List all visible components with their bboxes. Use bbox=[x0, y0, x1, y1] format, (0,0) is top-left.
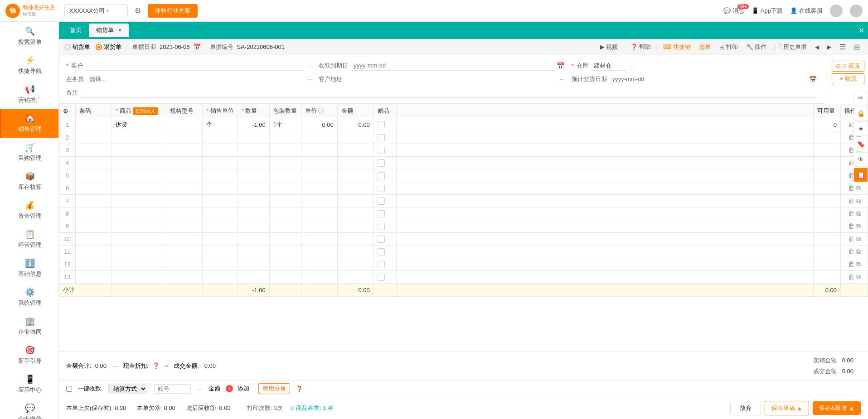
row-spec[interactable] bbox=[166, 233, 203, 246]
row-spec[interactable] bbox=[166, 131, 203, 144]
copy-icon[interactable]: ⧉ bbox=[856, 197, 861, 205]
row-unit[interactable] bbox=[203, 169, 238, 182]
row-barcode[interactable] bbox=[76, 246, 112, 258]
row-spec[interactable] bbox=[166, 195, 203, 207]
row-barcode[interactable] bbox=[76, 271, 112, 284]
row-unit[interactable] bbox=[203, 246, 238, 258]
one-click-pay-checkbox[interactable] bbox=[66, 386, 72, 392]
row-pack[interactable]: 1个 bbox=[269, 118, 301, 131]
row-price[interactable] bbox=[301, 271, 337, 284]
logistics-side-button[interactable]: + 物流 bbox=[832, 73, 864, 84]
expense-help-icon[interactable]: ❓ bbox=[296, 385, 303, 392]
rfloat-orange-btn[interactable]: 📋 bbox=[853, 168, 868, 182]
gift-checkbox[interactable] bbox=[378, 159, 385, 167]
payment-due-input[interactable] bbox=[351, 61, 553, 71]
sidebar-item-system[interactable]: ⚙️ 系统管理 bbox=[0, 283, 58, 312]
sidebar-item-wecom[interactable]: 💬 企业微信 bbox=[0, 399, 58, 419]
tab-home[interactable]: 首页 bbox=[63, 24, 89, 37]
copy-icon[interactable]: ⧉ bbox=[856, 222, 861, 230]
row-qty[interactable] bbox=[238, 258, 269, 271]
row-price[interactable]: 0.00 bbox=[301, 118, 337, 131]
delete-icon[interactable]: 🗑 bbox=[848, 197, 854, 205]
row-goods[interactable] bbox=[112, 246, 166, 258]
row-amount[interactable] bbox=[337, 258, 373, 271]
row-barcode[interactable] bbox=[76, 220, 112, 233]
gift-checkbox[interactable] bbox=[378, 248, 385, 255]
row-unit[interactable] bbox=[203, 157, 238, 169]
expected-date-input[interactable] bbox=[610, 74, 806, 84]
row-spec[interactable] bbox=[166, 169, 203, 182]
row-qty[interactable] bbox=[238, 169, 269, 182]
row-price[interactable] bbox=[301, 182, 337, 195]
row-unit[interactable] bbox=[203, 220, 238, 233]
row-spec[interactable] bbox=[166, 157, 203, 169]
company-selector[interactable]: XXXXXX公司 ▾ bbox=[64, 5, 128, 17]
row-amount[interactable] bbox=[337, 207, 373, 220]
row-amount[interactable] bbox=[337, 271, 373, 284]
row-spec[interactable] bbox=[166, 246, 203, 258]
row-unit[interactable] bbox=[203, 271, 238, 284]
row-unit[interactable] bbox=[203, 144, 238, 157]
help-btn[interactable]: ❓ 帮助 bbox=[628, 42, 654, 52]
copy-icon[interactable]: ⧉ bbox=[856, 235, 861, 243]
row-unit[interactable] bbox=[203, 131, 238, 144]
row-goods[interactable] bbox=[112, 207, 166, 220]
row-pack[interactable] bbox=[269, 233, 301, 246]
row-amount[interactable] bbox=[337, 246, 373, 258]
delete-icon[interactable]: 🗑 bbox=[848, 210, 854, 217]
row-gift[interactable] bbox=[373, 258, 396, 271]
row-price[interactable] bbox=[301, 157, 337, 169]
row-barcode[interactable] bbox=[76, 131, 112, 144]
sidebar-item-collab[interactable]: 🏢 企业协同 bbox=[0, 312, 58, 341]
row-pack[interactable] bbox=[269, 131, 301, 144]
sidebar-item-finance[interactable]: 💰 资金管理 bbox=[0, 196, 58, 225]
addr-more-icon[interactable]: ··· bbox=[560, 76, 564, 82]
row-barcode[interactable] bbox=[76, 258, 112, 271]
account-input[interactable] bbox=[155, 384, 191, 394]
row-barcode[interactable] bbox=[76, 144, 112, 157]
row-goods[interactable] bbox=[112, 157, 166, 169]
save-draft-button[interactable]: 保存草稿 ▲ bbox=[765, 401, 810, 415]
online-service-button[interactable]: 👤 在线客服 bbox=[790, 7, 823, 15]
calc-method-select[interactable]: 结算方式 bbox=[108, 384, 147, 394]
row-gift[interactable] bbox=[373, 157, 396, 169]
row-unit[interactable] bbox=[203, 207, 238, 220]
avatar[interactable] bbox=[830, 5, 843, 17]
avatar2[interactable] bbox=[850, 5, 863, 17]
row-gift[interactable] bbox=[373, 131, 396, 144]
row-gift[interactable] bbox=[373, 182, 396, 195]
row-price[interactable] bbox=[301, 258, 337, 271]
row-unit[interactable] bbox=[203, 195, 238, 207]
gift-checkbox[interactable] bbox=[378, 197, 385, 205]
row-barcode[interactable] bbox=[76, 207, 112, 220]
row-qty[interactable] bbox=[238, 207, 269, 220]
settings-gear-button[interactable]: ⚙ bbox=[131, 5, 144, 17]
nav-prev-btn[interactable]: ◀ bbox=[812, 43, 822, 51]
row-price[interactable] bbox=[301, 220, 337, 233]
operation-btn[interactable]: 🔧 操作 bbox=[743, 42, 769, 52]
warehouse-more-icon[interactable]: ··· bbox=[630, 63, 635, 69]
gift-checkbox[interactable] bbox=[378, 121, 385, 128]
row-goods[interactable] bbox=[112, 220, 166, 233]
row-pack[interactable] bbox=[269, 169, 301, 182]
row-barcode[interactable] bbox=[76, 182, 112, 195]
save-new-button[interactable]: 保存&新增 ▲ bbox=[813, 401, 861, 415]
notes-input[interactable] bbox=[81, 88, 817, 98]
copy-icon[interactable]: ⧉ bbox=[856, 273, 861, 281]
rfloat-bookmark-btn[interactable]: 🔖 bbox=[853, 137, 868, 151]
row-goods[interactable] bbox=[112, 144, 166, 157]
copy-icon[interactable]: ⧉ bbox=[856, 260, 861, 268]
row-gift[interactable] bbox=[373, 169, 396, 182]
sidebar-item-guide[interactable]: 🎯 新手引导 bbox=[0, 341, 58, 370]
row-spec[interactable] bbox=[166, 258, 203, 271]
expense-split-button[interactable]: 费用分摊 bbox=[258, 383, 290, 394]
row-gift[interactable] bbox=[373, 144, 396, 157]
row-qty[interactable] bbox=[238, 182, 269, 195]
rfloat-lock-btn[interactable]: 🔒 bbox=[853, 106, 868, 120]
price-info-icon[interactable]: ⓘ bbox=[318, 107, 324, 114]
row-amount[interactable] bbox=[337, 195, 373, 207]
row-barcode[interactable] bbox=[76, 195, 112, 207]
goods-type-info[interactable]: ⊙ 商品种类: 1 种 bbox=[290, 404, 334, 412]
row-gift[interactable] bbox=[373, 233, 396, 246]
row-gift[interactable] bbox=[373, 195, 396, 207]
